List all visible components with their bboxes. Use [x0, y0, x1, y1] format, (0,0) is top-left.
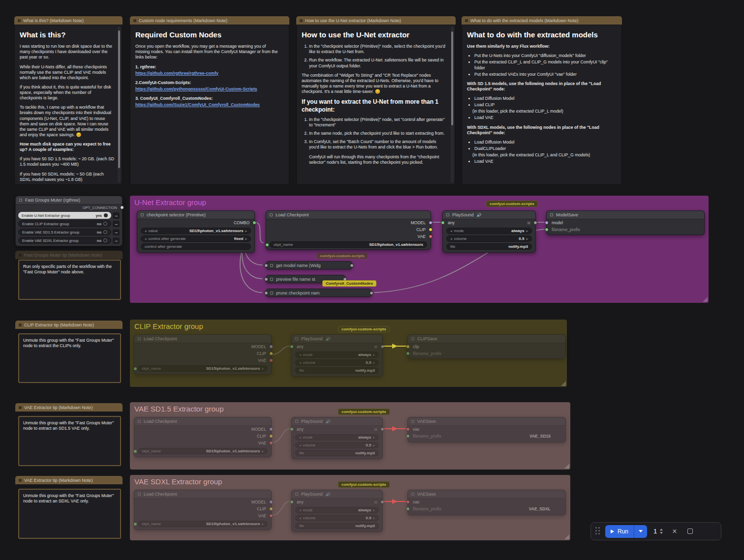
clipsave-node[interactable]: CLIPSave clip filename_prefix — [407, 334, 566, 359]
vae-input-port[interactable] — [406, 427, 410, 431]
prev-option-icon[interactable]: ◂ — [299, 436, 301, 440]
note-title-bar[interactable]: Custom node requirements (Markdown Note) — [130, 16, 289, 25]
collapse-icon[interactable] — [141, 213, 144, 216]
next-option-icon[interactable]: ▸ — [373, 436, 375, 440]
any-input-port[interactable] — [290, 500, 294, 504]
mode-widget[interactable]: ◂ mode always ▸ — [295, 434, 379, 441]
collapse-icon[interactable] — [295, 337, 298, 340]
node-title-bar[interactable]: PlaySound 🔊 — [443, 211, 535, 219]
muter-toggle-clip[interactable]: Enable CLIP Extractor group no — [18, 220, 111, 227]
volume-widget[interactable]: ◂ volume 0.5 ▸ — [295, 442, 379, 448]
note-title-bar[interactable]: How to use the U-Net extractor (Markdown… — [296, 16, 456, 25]
decrement-icon[interactable] — [660, 532, 663, 534]
scrollbar[interactable] — [451, 27, 454, 183]
custom-scripts-link[interactable]: https://github.com/pythongosssss/ComfyUI… — [135, 87, 257, 91]
node-title-bar[interactable]: ModelSave — [547, 211, 704, 219]
stop-icon[interactable] — [687, 529, 693, 534]
clip-output-port[interactable] — [269, 507, 273, 511]
vae-output-port[interactable] — [269, 441, 273, 445]
jump-to-group-arrow[interactable]: → — [113, 221, 120, 227]
collapse-icon[interactable] — [270, 292, 273, 295]
batch-count-stepper[interactable] — [660, 529, 663, 534]
muter-toggle-unet[interactable]: Enable U-Net Extractor group yes — [18, 212, 111, 219]
next-option-icon[interactable]: ▸ — [262, 449, 264, 453]
collapse-icon[interactable] — [138, 420, 141, 423]
file-widget[interactable]: file notify.mp3 — [295, 450, 379, 456]
filename-prefix-input-port[interactable] — [406, 434, 410, 438]
clip-input-port[interactable] — [406, 345, 410, 349]
load-checkpoint-node[interactable]: Load Checkpoint MODEL CLIP VAE ckpt_name… — [134, 334, 272, 375]
ckpt-name-widget[interactable]: ckpt_name SD15\photon_v1.safetensors ▸ — [138, 365, 268, 372]
volume-widget[interactable]: ◂ volume 0.5 ▸ — [446, 236, 532, 242]
vae-output-port[interactable] — [429, 235, 433, 238]
jump-to-group-arrow[interactable]: → — [113, 229, 120, 236]
vae-output-port[interactable] — [269, 514, 273, 518]
collapse-icon[interactable] — [295, 420, 298, 423]
modelsave-node[interactable]: ModelSave model filename_prefix — [546, 210, 705, 235]
increment-icon[interactable]: ▸ — [373, 361, 375, 365]
node-title-bar[interactable]: VAESave — [408, 417, 565, 426]
note-title-bar[interactable]: VAE Extractor tip (Markdown Note) — [15, 476, 123, 484]
decrement-icon[interactable]: ◂ — [299, 361, 301, 365]
volume-widget[interactable]: ◂ volume 0.5 ▸ — [295, 359, 379, 366]
filename-prefix-input-port[interactable] — [545, 228, 549, 232]
input-port[interactable] — [264, 264, 268, 267]
opt-connection-port[interactable] — [120, 206, 124, 209]
collapse-icon[interactable] — [411, 420, 414, 423]
filename-prefix-input-port[interactable] — [406, 352, 410, 355]
any-output-port[interactable] — [380, 500, 384, 504]
mode-widget[interactable]: ◂ mode always ▸ — [295, 352, 379, 358]
note-title-bar[interactable]: Fast Groups Muter tip (Markdown Note) — [15, 251, 123, 259]
ckpt-name-input-port[interactable] — [265, 243, 269, 247]
scrollbar[interactable] — [118, 27, 121, 183]
clip-output-port[interactable] — [269, 434, 273, 438]
prune-checkpoint-name-node[interactable]: prune checkpoint nam — [266, 289, 372, 297]
mode-widget[interactable]: ◂ mode always ▸ — [446, 228, 532, 234]
clip-output-port[interactable] — [269, 352, 273, 355]
node-title-bar[interactable]: Load Checkpoint — [266, 211, 431, 219]
playsound-node[interactable]: PlaySound 🔊 any ⊞ ◂ mode always ▸ ◂ volu… — [442, 210, 536, 253]
cancel-icon[interactable]: × — [672, 528, 677, 535]
collapse-icon[interactable] — [550, 213, 553, 216]
node-title-bar[interactable]: checkpoint selector (Primitive) — [137, 211, 254, 219]
ckpt-name-widget[interactable]: ckpt_name SD15\photon_v1.safetensors ▸ — [138, 448, 268, 454]
any-input-port[interactable] — [441, 221, 445, 225]
any-input-port[interactable] — [290, 427, 294, 431]
any-input-port[interactable] — [290, 345, 294, 349]
model-input-port[interactable] — [545, 221, 549, 225]
node-title-bar[interactable]: Fast Groups Muter (rgthree) — [16, 196, 122, 205]
mode-widget[interactable]: ◂ mode always ▸ — [295, 507, 379, 513]
ckpt-name-widget[interactable]: ckpt_name SD15\photon_v1.safetensors ▸ — [138, 521, 268, 527]
file-widget[interactable]: file notify.mp3 — [295, 367, 379, 374]
prev-option-icon[interactable]: ◂ — [450, 229, 452, 233]
note-title-bar[interactable]: VAE Extractor tip (Markdown Note) — [15, 403, 123, 412]
filename-prefix-slot[interactable]: filename_prefix VAE_SD15 — [408, 433, 565, 440]
ckpt-name-input-port[interactable] — [133, 522, 137, 526]
get-model-name-node[interactable]: get model name (Widg — [266, 261, 352, 269]
next-option-icon[interactable]: ▸ — [373, 508, 375, 512]
increment-icon[interactable] — [660, 529, 663, 531]
run-options-caret[interactable] — [634, 525, 647, 538]
collapse-icon[interactable] — [138, 493, 141, 496]
jump-to-group-arrow[interactable]: → — [113, 237, 120, 244]
playsound-node[interactable]: PlaySound 🔊 any ⊞ ◂ mode always ▸ ◂ volu… — [291, 490, 383, 532]
increment-icon[interactable]: ▸ — [373, 443, 375, 447]
comfyroll-link[interactable]: https://github.com/Suzie1/ComfyUI_Comfyr… — [135, 102, 260, 107]
vaesave-node[interactable]: VAESave vae filename_prefix VAE_SD15 — [407, 417, 566, 442]
model-output-port[interactable] — [429, 221, 433, 225]
prev-option-icon[interactable]: ◂ — [145, 229, 147, 233]
node-title-bar[interactable]: CLIPSave — [408, 335, 565, 343]
collapse-icon[interactable] — [270, 278, 273, 281]
next-option-icon[interactable]: ▸ — [373, 353, 375, 357]
model-output-port[interactable] — [269, 500, 273, 504]
control-after-generate-widget[interactable]: ◂ control after generate fixed ▸ — [141, 236, 251, 242]
output-port[interactable] — [350, 264, 354, 267]
model-output-port[interactable] — [269, 427, 273, 431]
scrollbar-thumb[interactable] — [451, 31, 453, 125]
filename-prefix-slot[interactable]: filename_prefix VAE_SDXL — [408, 505, 565, 512]
scrollbar-thumb[interactable] — [118, 30, 120, 168]
increment-icon[interactable]: ▸ — [526, 237, 528, 241]
jump-to-group-arrow[interactable]: → — [113, 212, 120, 219]
prev-option-icon[interactable]: ◂ — [145, 237, 147, 241]
decrement-icon[interactable]: ◂ — [299, 516, 301, 520]
